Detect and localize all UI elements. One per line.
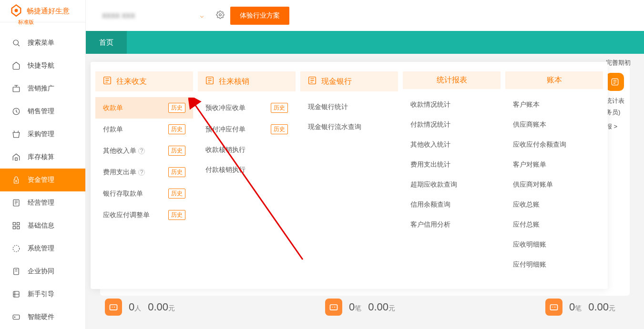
- brand-name: 畅捷通好生意: [27, 7, 70, 16]
- mega-item-label: 供应商账本: [513, 120, 546, 129]
- sidebar-item[interactable]: 搜索菜单: [0, 31, 85, 54]
- svg-point-16: [219, 13, 222, 16]
- mega-list: 现金银行统计现金银行流水查询: [300, 97, 398, 137]
- sidebar-item[interactable]: 快捷导航: [0, 54, 85, 77]
- mega-item[interactable]: 现金银行统计: [300, 97, 398, 117]
- mega-item[interactable]: 收款情况统计: [403, 95, 501, 115]
- mega-item-label: 应收应付调整单: [103, 211, 150, 219]
- mega-item[interactable]: 应付总账: [505, 215, 603, 235]
- cta-button[interactable]: 体验行业方案: [230, 7, 289, 25]
- mega-item[interactable]: 其他收入单?历史: [95, 140, 193, 161]
- svg-rect-22: [330, 305, 337, 310]
- sidebar-item[interactable]: 经营管理: [0, 191, 85, 214]
- sidebar-item[interactable]: 企业协同: [0, 260, 85, 283]
- mega-item[interactable]: 客户账本: [505, 95, 603, 115]
- history-badge[interactable]: 历史: [168, 167, 185, 177]
- history-badge[interactable]: 历史: [168, 210, 185, 220]
- sidebar-item[interactable]: 营销推广: [0, 77, 85, 100]
- sidebar-item[interactable]: 基础信息: [0, 214, 85, 237]
- mega-item[interactable]: 供应商对账单: [505, 175, 603, 195]
- mega-item[interactable]: 收款单历史: [95, 97, 193, 119]
- mega-list: 客户账本供应商账本应收应付余额查询客户对账单供应商对账单应收总账应付总账应收明细…: [505, 95, 603, 275]
- history-badge[interactable]: 历史: [271, 103, 288, 113]
- mega-menu: 往来收支收款单历史付款单历史其他收入单?历史费用支出单?历史银行存取款单历史应收…: [91, 62, 608, 289]
- mega-item-label: 供应商对账单: [513, 180, 553, 189]
- history-badge[interactable]: 历史: [168, 146, 185, 156]
- mega-item[interactable]: 超期应收款查询: [403, 175, 501, 195]
- svg-rect-23: [550, 305, 557, 310]
- menu-icon: [11, 267, 21, 276]
- mega-item-label: 超期应收款查询: [410, 180, 457, 189]
- svg-rect-12: [14, 268, 19, 275]
- mega-item[interactable]: 应收总账: [505, 195, 603, 215]
- brand-sub: 标准版: [0, 19, 85, 26]
- menu-icon: [11, 130, 21, 139]
- sidebar-item[interactable]: 销售管理: [0, 100, 85, 123]
- svg-rect-8: [17, 222, 20, 225]
- mega-item[interactable]: 现金银行流水查询: [300, 117, 398, 137]
- company-selector[interactable]: XXXX XXX ⌵: [95, 9, 210, 22]
- history-badge[interactable]: 历史: [168, 103, 185, 113]
- history-badge[interactable]: 历史: [168, 124, 185, 134]
- mega-column-title: 往来核销: [219, 77, 249, 87]
- sidebar-item-label: 库存核算: [28, 153, 54, 161]
- stat-count: 0人: [129, 301, 141, 313]
- mega-list: 收款单历史付款单历史其他收入单?历史费用支出单?历史银行存取款单历史应收应付调整…: [95, 97, 193, 226]
- right-panel-card[interactable]: [606, 73, 624, 91]
- sidebar-item-label: 搜索菜单: [28, 39, 54, 47]
- mega-item-label: 应收总账: [513, 200, 540, 209]
- menu-icon: [11, 152, 21, 162]
- mega-item-label: 付款情况统计: [410, 120, 450, 129]
- help-icon[interactable]: ?: [138, 148, 145, 154]
- mega-item[interactable]: 预付冲应付单历史: [198, 119, 296, 140]
- right-panel-link[interactable]: 完善期初: [606, 59, 631, 67]
- mega-item[interactable]: 费用支出统计: [403, 155, 501, 175]
- mega-item[interactable]: 信用余额查询: [403, 195, 501, 215]
- mega-item[interactable]: 预收冲应收单历史: [198, 97, 296, 119]
- history-badge[interactable]: 历史: [271, 124, 288, 134]
- mega-item[interactable]: 付款核销执行: [198, 160, 296, 180]
- settings-button[interactable]: [216, 10, 225, 21]
- mega-item[interactable]: 供应商账本: [505, 115, 603, 135]
- mega-item[interactable]: 应收明细账: [505, 235, 603, 255]
- gear-icon: [216, 10, 225, 19]
- stat-group: 0人0.00元: [105, 299, 175, 316]
- mega-item[interactable]: 收款核销执行: [198, 140, 296, 160]
- stat-count: 0笔: [349, 301, 361, 313]
- sidebar-item[interactable]: 资金管理: [0, 169, 85, 191]
- mega-item[interactable]: 客户信用分析: [403, 215, 501, 235]
- mega-item-label: 客户信用分析: [410, 220, 450, 229]
- mega-item[interactable]: 应付明细账: [505, 255, 603, 275]
- mega-item-label: 收款情况统计: [410, 100, 450, 109]
- mega-item[interactable]: 付款单历史: [95, 119, 193, 140]
- sidebar-item[interactable]: 采购管理: [0, 123, 85, 146]
- mega-column-header: 统计报表: [403, 71, 501, 89]
- mega-item[interactable]: 银行存取款单历史: [95, 183, 193, 204]
- mega-item[interactable]: 应收应付调整单历史: [95, 204, 193, 226]
- help-icon[interactable]: ?: [138, 169, 145, 176]
- sidebar-item-label: 智能硬件: [28, 313, 54, 321]
- svg-rect-10: [17, 227, 20, 229]
- sidebar-item[interactable]: 智能硬件: [0, 306, 85, 329]
- mega-column: 往来核销预收冲应收单历史预付冲应付单历史收款核销执行付款核销执行: [198, 71, 296, 275]
- sidebar-item[interactable]: 系统管理: [0, 237, 85, 260]
- menu-icon: [11, 38, 21, 48]
- sidebar-item-label: 基础信息: [28, 221, 54, 230]
- svg-rect-6: [13, 199, 19, 206]
- history-badge[interactable]: 历史: [168, 189, 185, 199]
- mega-item[interactable]: 费用支出单?历史: [95, 161, 193, 183]
- mega-item[interactable]: 其他收入统计: [403, 135, 501, 155]
- sidebar-item[interactable]: 库存核算: [0, 146, 85, 169]
- mega-item[interactable]: 应收应付余额查询: [505, 135, 603, 155]
- mega-item[interactable]: 客户对账单: [505, 155, 603, 175]
- mega-item-label: 应付明细账: [513, 260, 546, 269]
- menu-icon: [11, 175, 21, 185]
- mega-item[interactable]: 付款情况统计: [403, 115, 501, 135]
- mega-item-label: 应收应付余额查询: [513, 140, 566, 149]
- mega-item-label: 信用余额查询: [410, 200, 450, 209]
- svg-rect-4: [15, 158, 18, 160]
- sidebar-item[interactable]: 新手引导: [0, 283, 85, 306]
- right-panel-text: 统计表 务员): [606, 97, 624, 117]
- tab-home[interactable]: 首页: [86, 31, 127, 54]
- mega-item-label: 收款核销执行: [205, 146, 245, 154]
